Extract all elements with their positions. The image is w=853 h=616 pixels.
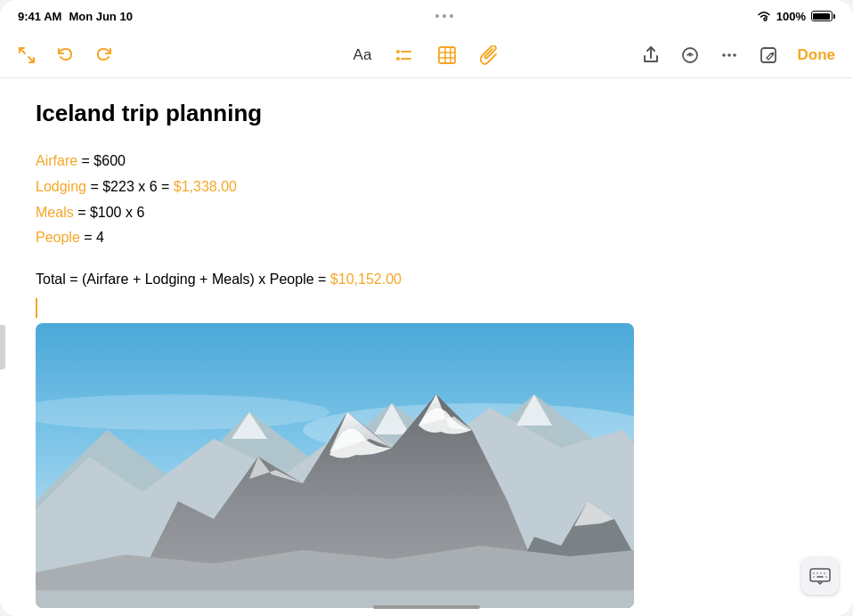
wifi-icon: [757, 11, 771, 21]
collapse-icon: [18, 46, 36, 64]
total-value: $10,152.00: [326, 272, 402, 287]
lodging-label: Lodging: [36, 179, 86, 194]
svg-point-18: [727, 53, 731, 57]
undo-icon: [55, 45, 75, 65]
keyboard-hint-button[interactable]: [801, 557, 839, 595]
note-image: [36, 323, 634, 608]
status-date: Mon Jun 10: [69, 10, 133, 23]
lodging-line: Lodging = $223 x 6 = $1,338.00: [36, 174, 817, 200]
more-button[interactable]: [716, 42, 743, 69]
redo-icon: [94, 45, 114, 65]
svg-point-8: [396, 57, 400, 61]
meals-label: Meals: [36, 205, 74, 220]
status-bar: 9:41 AM Mon Jun 10 100%: [0, 0, 853, 32]
more-icon: [719, 45, 739, 65]
total-line: Total = (Airfare + Lodging + Meals) x Pe…: [36, 267, 817, 291]
status-center-dots: [435, 14, 453, 18]
scroll-indicator: [373, 605, 480, 609]
undo-button[interactable]: [52, 42, 78, 69]
total-prefix: Total = (Airfare + Lodging + Meals) x Pe…: [36, 272, 326, 287]
table-icon: [437, 45, 457, 65]
done-label: Done: [798, 46, 836, 64]
font-button[interactable]: Aa: [350, 43, 376, 68]
share-button[interactable]: [638, 42, 664, 69]
battery-icon: [811, 11, 835, 21]
status-time: 9:41 AM: [18, 10, 61, 23]
svg-rect-37: [810, 569, 830, 581]
mountain-scene-svg: [36, 323, 634, 608]
attach-icon: [480, 45, 500, 65]
list-icon: [394, 45, 414, 65]
markup-button[interactable]: [677, 42, 703, 69]
people-label: People: [36, 230, 80, 245]
done-button[interactable]: Done: [794, 43, 840, 68]
battery-percent: 100%: [776, 10, 806, 23]
status-dot-1: [435, 14, 439, 18]
svg-point-17: [722, 53, 726, 57]
redo-button[interactable]: [91, 42, 118, 69]
collapse-button[interactable]: [14, 43, 39, 68]
note-content: Iceland trip planning Airfare = $600 Lod…: [0, 78, 853, 616]
svg-rect-36: [36, 590, 634, 608]
status-time-date: 9:41 AM Mon Jun 10: [18, 10, 133, 23]
airfare-line: Airfare = $600: [36, 149, 817, 174]
toolbar-left: [14, 42, 289, 69]
status-dot-3: [450, 14, 453, 18]
edit-button[interactable]: [755, 42, 782, 69]
svg-rect-10: [439, 47, 455, 63]
table-button[interactable]: [434, 42, 460, 69]
note-body[interactable]: Airfare = $600 Lodging = $223 x 6 = $1,3…: [36, 149, 817, 320]
meals-line: Meals = $100 x 6: [36, 200, 817, 226]
people-line: People = 4: [36, 225, 817, 251]
markup-icon: [680, 45, 700, 65]
note-title[interactable]: Iceland trip planning: [36, 100, 817, 127]
cursor-indicator: [36, 295, 817, 319]
svg-point-19: [733, 53, 736, 57]
svg-point-6: [396, 50, 400, 53]
status-dot-2: [443, 14, 446, 18]
airfare-label: Airfare: [36, 153, 77, 168]
edit-icon: [759, 45, 778, 65]
share-icon: [641, 45, 661, 65]
status-right: 100%: [757, 10, 835, 23]
toolbar-center: Aa: [289, 42, 565, 69]
side-tab: [0, 325, 5, 369]
list-button[interactable]: [391, 42, 418, 69]
svg-point-16: [688, 53, 691, 56]
keyboard-icon: [809, 567, 831, 585]
toolbar: Aa: [0, 32, 853, 78]
toolbar-right: Done: [564, 42, 839, 69]
font-icon: Aa: [353, 46, 372, 64]
lodging-calc: $1,338.00: [169, 179, 237, 194]
attach-button[interactable]: [476, 42, 503, 69]
